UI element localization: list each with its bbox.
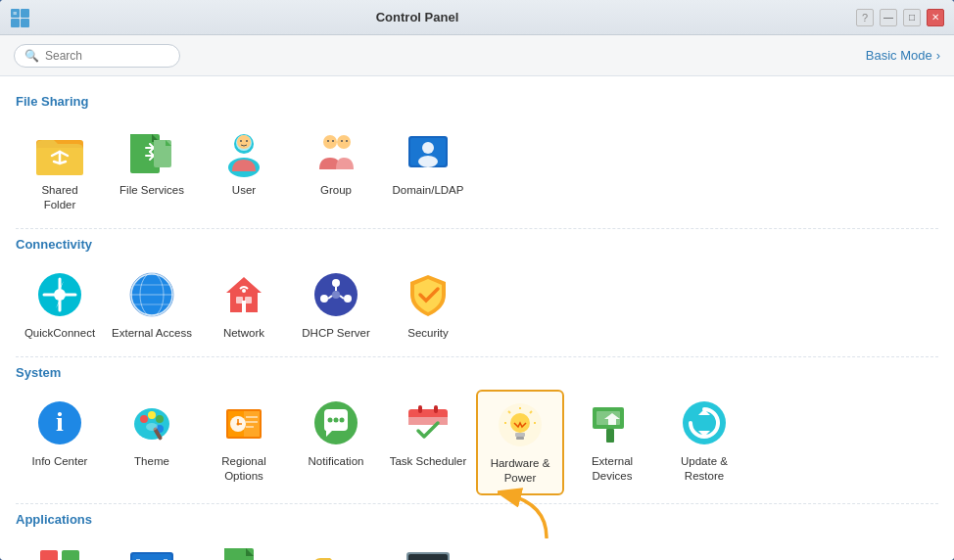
svg-rect-58 [244, 411, 260, 437]
search-icon: 🔍 [24, 49, 39, 63]
svg-point-19 [337, 135, 351, 149]
regional-options-label: RegionalOptions [221, 454, 265, 484]
svg-rect-3 [21, 19, 29, 27]
svg-point-51 [148, 411, 156, 419]
svg-line-82 [508, 411, 510, 413]
item-shared-folder-sync[interactable]: Shared FolderSync [292, 537, 380, 560]
svg-point-27 [54, 289, 66, 301]
item-regional-options[interactable]: RegionalOptions [200, 390, 288, 495]
section-file-sharing-title: File Sharing [16, 94, 938, 109]
svg-point-24 [422, 142, 434, 154]
svg-point-38 [242, 289, 246, 293]
item-hardware-power[interactable]: Hardware &Power [476, 390, 564, 495]
search-box[interactable]: 🔍 [14, 44, 180, 68]
network-label: Network [223, 326, 264, 341]
security-label: Security [407, 326, 449, 341]
minimize-button[interactable]: — [880, 9, 897, 26]
control-panel-window: ≡ Control Panel ? — □ ✕ 🔍 Basic Mode › F… [0, 0, 954, 560]
divider-3 [16, 503, 938, 504]
svg-point-67 [328, 417, 333, 422]
external-access-icon [126, 269, 177, 320]
svg-point-42 [344, 295, 352, 303]
item-user[interactable]: User [200, 118, 288, 220]
search-input[interactable] [45, 49, 163, 63]
item-group[interactable]: Group [292, 118, 380, 220]
svg-rect-77 [515, 433, 525, 437]
item-domain-ldap[interactable]: Domain/LDAP [384, 118, 472, 220]
item-privileges[interactable]: Privileges [16, 537, 104, 560]
hardware-power-label: Hardware &Power [491, 456, 550, 486]
item-external-access[interactable]: External Access [108, 261, 196, 349]
svg-rect-74 [434, 405, 438, 413]
shared-folder-icon [34, 126, 85, 177]
system-grid: i Info Center [16, 390, 938, 495]
item-theme[interactable]: Theme [108, 390, 196, 495]
item-file-services[interactable]: File Services [108, 118, 196, 220]
maximize-button[interactable]: □ [903, 9, 921, 26]
svg-rect-87 [606, 429, 614, 443]
svg-point-25 [418, 156, 438, 167]
chevron-right-icon: › [936, 48, 940, 63]
item-indexing-service[interactable]: Indexing Service [200, 537, 288, 560]
item-notification[interactable]: Notification [292, 390, 380, 495]
domain-ldap-icon [403, 126, 453, 177]
task-scheduler-label: Task Scheduler [390, 454, 467, 469]
item-info-center[interactable]: i Info Center [16, 390, 104, 495]
file-sharing-grid: SharedFolder [16, 118, 938, 220]
content-area: File Sharing SharedFolder [0, 76, 954, 560]
domain-ldap-label: Domain/LDAP [393, 183, 464, 198]
group-icon [310, 126, 361, 177]
window-controls: ? — □ ✕ [856, 9, 944, 26]
item-security[interactable]: Security [384, 261, 472, 349]
applications-grid: Privileges [16, 537, 938, 560]
svg-rect-117 [408, 554, 448, 560]
hardware-power-icon [495, 399, 546, 450]
app-icon: ≡ [10, 8, 29, 27]
item-quickconnect[interactable]: QuickConnect [16, 261, 104, 349]
item-application-portal[interactable]: Application Portal [108, 537, 196, 560]
svg-point-13 [237, 135, 251, 149]
svg-point-16 [323, 135, 337, 149]
notification-label: Notification [309, 454, 364, 469]
external-access-label: External Access [112, 326, 192, 341]
svg-text:≡: ≡ [13, 10, 17, 17]
item-external-devices[interactable]: ExternalDevices [568, 390, 656, 495]
regional-options-icon [218, 397, 269, 448]
item-terminal-snmp[interactable]: Terminal & SNMP [384, 537, 472, 560]
svg-rect-92 [62, 550, 79, 560]
svg-point-14 [240, 140, 242, 142]
item-update-restore[interactable]: Update & Restore [660, 390, 748, 495]
svg-point-40 [332, 279, 340, 287]
update-restore-label: Update & Restore [664, 454, 744, 484]
svg-point-18 [332, 140, 334, 142]
help-button[interactable]: ? [856, 9, 874, 26]
theme-label: Theme [134, 454, 169, 469]
svg-rect-72 [408, 417, 448, 425]
svg-point-69 [340, 417, 345, 422]
item-shared-folder[interactable]: SharedFolder [16, 118, 104, 220]
file-services-icon [126, 126, 177, 177]
shared-folder-sync-icon [310, 544, 361, 560]
item-task-scheduler[interactable]: Task Scheduler [384, 390, 472, 495]
basic-mode-label: Basic Mode [866, 48, 932, 63]
info-center-label: Info Center [32, 454, 88, 469]
item-dhcp-server[interactable]: DHCP Server [292, 261, 380, 349]
svg-point-41 [320, 295, 328, 303]
close-button[interactable]: ✕ [927, 9, 944, 26]
network-icon [218, 269, 269, 320]
basic-mode-toggle[interactable]: Basic Mode › [866, 48, 940, 63]
user-label: User [232, 183, 256, 198]
window-title: Control Panel [37, 10, 797, 24]
svg-point-50 [140, 415, 148, 423]
terminal-snmp-icon [403, 544, 453, 560]
task-scheduler-icon [403, 397, 453, 448]
section-connectivity-title: Connectivity [16, 237, 938, 252]
dhcp-server-icon [310, 269, 361, 320]
item-network[interactable]: Network [200, 261, 288, 349]
svg-marker-35 [226, 277, 262, 312]
group-label: Group [320, 183, 352, 198]
svg-point-21 [346, 140, 348, 142]
divider-2 [16, 356, 938, 357]
svg-rect-91 [40, 550, 58, 560]
svg-rect-2 [11, 19, 20, 27]
